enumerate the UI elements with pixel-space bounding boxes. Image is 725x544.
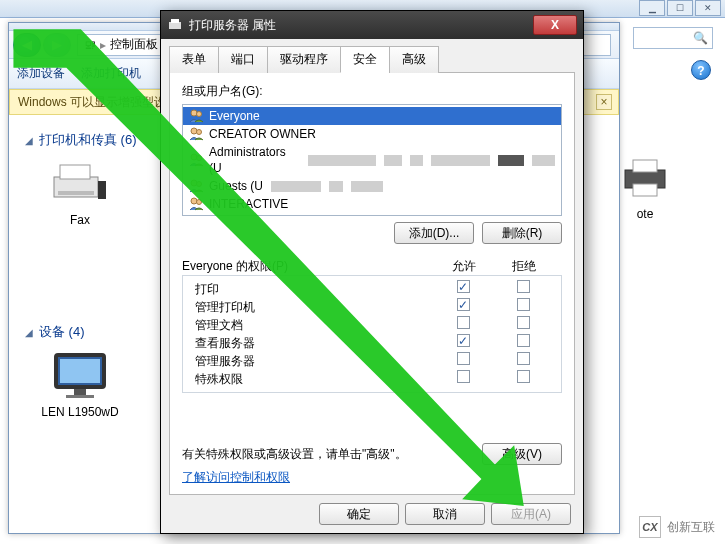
permissions-list: 打印管理打印机管理文档查看服务器管理服务器特殊权限 bbox=[182, 275, 562, 393]
watermark-text: 创新互联 bbox=[667, 519, 715, 536]
allow-checkbox[interactable] bbox=[457, 352, 470, 365]
permission-row: 管理打印机 bbox=[191, 298, 553, 316]
nav-back-button[interactable]: ◀ bbox=[13, 33, 41, 57]
help-button[interactable]: ? bbox=[691, 60, 711, 80]
users-icon bbox=[189, 179, 204, 193]
svg-point-28 bbox=[191, 154, 197, 160]
advanced-button[interactable]: 高级(V) bbox=[482, 443, 562, 465]
user-name: Administrators (U bbox=[209, 144, 300, 176]
users-icon bbox=[189, 127, 204, 141]
allow-checkbox[interactable] bbox=[457, 334, 470, 347]
deny-checkbox[interactable] bbox=[517, 280, 530, 293]
collapse-icon: ◢ bbox=[25, 135, 33, 146]
device-label: ote bbox=[621, 207, 669, 221]
redacted-text bbox=[271, 181, 321, 192]
tab-drivers[interactable]: 驱动程序 bbox=[267, 46, 341, 73]
user-row[interactable]: INTERACTIVE bbox=[183, 195, 561, 213]
device-monitor[interactable]: LEN L1950wD bbox=[35, 351, 125, 475]
bg-max-button[interactable]: ☐ bbox=[667, 0, 693, 16]
allow-checkbox[interactable] bbox=[457, 298, 470, 311]
info-bar-text: Windows 可以显示增强型设 bbox=[18, 94, 166, 111]
deny-checkbox[interactable] bbox=[517, 352, 530, 365]
watermark: CX 创新互联 bbox=[639, 516, 715, 538]
redacted-text bbox=[431, 155, 490, 166]
deny-checkbox[interactable] bbox=[517, 316, 530, 329]
deny-checkbox[interactable] bbox=[517, 334, 530, 347]
bg-min-button[interactable]: ▁ bbox=[639, 0, 665, 16]
info-bar-close[interactable]: × bbox=[596, 94, 612, 110]
tab-advanced[interactable]: 高级 bbox=[389, 46, 439, 73]
search-icon: 🔍 bbox=[693, 31, 708, 45]
permission-name: 管理文档 bbox=[191, 316, 433, 334]
svg-rect-22 bbox=[169, 22, 181, 29]
permission-name: 查看服务器 bbox=[191, 334, 433, 352]
add-printer-button[interactable]: 添加打印机 bbox=[81, 65, 141, 82]
fax-icon bbox=[48, 159, 112, 207]
add-user-button[interactable]: 添加(D)... bbox=[394, 222, 474, 244]
redacted-text bbox=[410, 155, 424, 166]
allow-checkbox[interactable] bbox=[457, 280, 470, 293]
svg-point-26 bbox=[191, 128, 197, 134]
svg-rect-21 bbox=[633, 184, 657, 196]
bg-close-button[interactable]: ✕ bbox=[695, 0, 721, 16]
users-icon bbox=[189, 153, 204, 167]
computer-icon: 🖳 bbox=[84, 38, 96, 52]
user-row[interactable]: CREATOR OWNER bbox=[183, 125, 561, 143]
permission-name: 打印 bbox=[191, 280, 433, 298]
learn-access-link[interactable]: 了解访问控制和权限 bbox=[182, 469, 562, 486]
redacted-text bbox=[384, 155, 402, 166]
deny-checkbox[interactable] bbox=[517, 298, 530, 311]
allow-header: 允许 bbox=[434, 258, 494, 275]
print-server-properties-dialog: 打印服务器 属性 X 表单 端口 驱动程序 安全 高级 组或用户名(G): Ev… bbox=[160, 10, 584, 534]
svg-point-30 bbox=[191, 180, 197, 186]
permission-name: 管理服务器 bbox=[191, 352, 433, 370]
permission-row: 管理服务器 bbox=[191, 352, 553, 370]
device-label: Fax bbox=[35, 213, 125, 227]
user-row[interactable]: Everyone bbox=[183, 107, 561, 125]
group-printers-label: 打印机和传真 (6) bbox=[39, 131, 137, 149]
svg-rect-20 bbox=[633, 160, 657, 172]
svg-point-27 bbox=[197, 130, 202, 135]
apply-button[interactable]: 应用(A) bbox=[491, 503, 571, 525]
tab-security[interactable]: 安全 bbox=[340, 46, 390, 73]
printer-icon bbox=[167, 17, 183, 33]
breadcrumb-sep: ▸ bbox=[100, 38, 106, 52]
tab-ports[interactable]: 端口 bbox=[218, 46, 268, 73]
user-name: INTERACTIVE bbox=[209, 196, 288, 212]
redacted-text bbox=[351, 181, 383, 192]
tab-forms[interactable]: 表单 bbox=[169, 46, 219, 73]
search-box[interactable]: 🔍 bbox=[633, 27, 713, 49]
permission-name: 管理打印机 bbox=[191, 298, 433, 316]
ok-button[interactable]: 确定 bbox=[319, 503, 399, 525]
deny-header: 拒绝 bbox=[494, 258, 554, 275]
remove-user-button[interactable]: 删除(R) bbox=[482, 222, 562, 244]
permission-name: 特殊权限 bbox=[191, 370, 433, 388]
device-note[interactable]: ote bbox=[621, 158, 669, 221]
user-row[interactable]: Administrators (U bbox=[183, 143, 561, 177]
add-device-button[interactable]: 添加设备 bbox=[17, 65, 65, 82]
dialog-titlebar[interactable]: 打印服务器 属性 X bbox=[161, 11, 583, 39]
users-icon bbox=[189, 197, 204, 211]
allow-checkbox[interactable] bbox=[457, 316, 470, 329]
allow-checkbox[interactable] bbox=[457, 370, 470, 383]
cancel-button[interactable]: 取消 bbox=[405, 503, 485, 525]
users-label: 组或用户名(G): bbox=[182, 83, 562, 100]
users-listbox[interactable]: EveryoneCREATOR OWNERAdministrators (UGu… bbox=[182, 104, 562, 216]
dialog-close-button[interactable]: X bbox=[533, 15, 577, 35]
svg-point-33 bbox=[197, 200, 202, 205]
dialog-tabs: 表单 端口 驱动程序 安全 高级 bbox=[169, 45, 575, 73]
device-fax[interactable]: Fax bbox=[35, 159, 125, 283]
svg-point-31 bbox=[197, 182, 202, 187]
permission-row: 查看服务器 bbox=[191, 334, 553, 352]
breadcrumb-text: 控制面板 bbox=[110, 36, 158, 53]
nav-forward-button[interactable]: ▶ bbox=[43, 33, 71, 57]
group-devices-label: 设备 (4) bbox=[39, 323, 85, 341]
svg-rect-8 bbox=[60, 359, 100, 383]
svg-rect-23 bbox=[171, 19, 179, 23]
svg-rect-3 bbox=[58, 191, 94, 195]
redacted-text bbox=[329, 181, 343, 192]
svg-point-29 bbox=[197, 156, 202, 161]
user-row[interactable]: Guests (U bbox=[183, 177, 561, 195]
deny-checkbox[interactable] bbox=[517, 370, 530, 383]
svg-rect-2 bbox=[98, 181, 106, 199]
